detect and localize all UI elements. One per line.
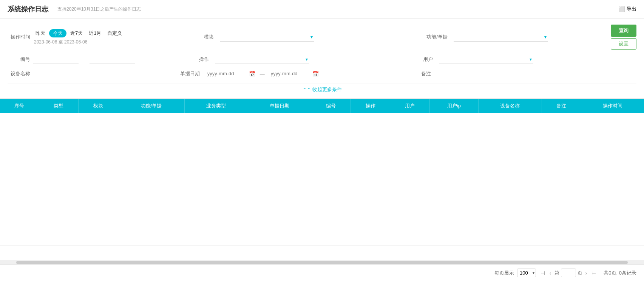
prev-page-btn[interactable]: ‹ (548, 269, 553, 277)
module-select[interactable] (220, 33, 314, 42)
device-input[interactable] (33, 69, 124, 78)
col-function: 功能/单据 (118, 99, 184, 113)
per-page-select[interactable]: 100 50 200 (517, 269, 536, 277)
data-table: 序号 类型 模块 功能/单据 业务类型 单据日期 编号 操作 用户 用户ip 设… (0, 99, 644, 246)
col-operation: 操作 (351, 99, 390, 113)
scrollbar-track (16, 261, 628, 264)
remark-label: 备注 (408, 70, 431, 77)
first-page-btn[interactable]: ⊣ (539, 269, 547, 277)
number-to-input[interactable] (90, 55, 135, 64)
table-header: 序号 类型 模块 功能/单据 业务类型 单据日期 编号 操作 用户 用户ip 设… (0, 99, 644, 113)
date-input-wrapper: 📅 — 📅 (206, 69, 319, 78)
function-label: 功能/单据 (425, 34, 448, 40)
export-button[interactable]: ⬜ 导出 (619, 6, 636, 12)
col-user: 用户 (390, 99, 429, 113)
user-label: 用户 (410, 56, 433, 63)
remark-input[interactable] (437, 69, 535, 78)
filter-row-1: 操作时间 昨天 今天 近7天 近1月 自定义 2023-06-06 至 2023… (8, 25, 636, 50)
user-select[interactable] (439, 55, 533, 64)
filter-item-number: 编号 — (8, 55, 136, 64)
collapse-chevron-icon: ⌃⌃ (303, 87, 311, 93)
operation-label: 操作 (186, 56, 209, 63)
horizontal-scrollbar[interactable] (0, 260, 644, 264)
col-module: 模块 (79, 99, 118, 113)
filter-item-remark: 备注 (408, 69, 535, 78)
page-title: 系统操作日志 (8, 5, 48, 14)
function-select-wrapper: ▾ (454, 33, 548, 42)
calendar-from-icon[interactable]: 📅 (249, 71, 255, 77)
next-page-btn[interactable]: › (584, 269, 589, 277)
voucher-date-label: 单据日期 (177, 70, 200, 77)
per-page-wrapper: 100 50 200 ▾ (517, 269, 536, 277)
col-seq: 序号 (0, 99, 39, 113)
per-page-label: 每页显示 (494, 270, 514, 276)
calendar-to-icon[interactable]: 📅 (312, 71, 319, 77)
action-buttons: 查询 设置 (611, 25, 636, 50)
operation-select[interactable] (215, 55, 309, 64)
filter-item-voucher-date: 单据日期 📅 — 📅 (177, 69, 319, 78)
query-button[interactable]: 查询 (611, 25, 636, 37)
col-remark: 备注 (542, 99, 581, 113)
date-filter-group: 昨天 今天 近7天 近1月 自定义 2023-06-06 至 2023-06-0… (33, 29, 124, 45)
main-content: 序号 类型 模块 功能/单据 业务类型 单据日期 编号 操作 用户 用户ip 设… (0, 99, 644, 260)
collapse-button[interactable]: ⌃⌃ 收起更多条件 (303, 86, 342, 93)
table-container: 序号 类型 模块 功能/单据 业务类型 单据日期 编号 操作 用户 用户ip 设… (0, 99, 644, 260)
settings-button[interactable]: 设置 (611, 38, 636, 50)
filter-item-user: 用户 ▾ (410, 55, 533, 64)
page-container: 系统操作日志 支持2020年10月31日之后产生的操作日志 ⬜ 导出 操作时间 … (0, 0, 644, 281)
date-from-input[interactable] (206, 69, 247, 78)
filter-item-operation: 操作 ▾ (186, 55, 309, 64)
time-label: 操作时间 (8, 34, 30, 40)
filter-row-3: 设备名称 单据日期 📅 — 📅 备注 (8, 69, 636, 78)
operation-select-wrapper: ▾ (215, 55, 309, 64)
page-total: 共0页, 0条记录 (604, 270, 636, 276)
yesterday-btn[interactable]: 昨天 (33, 29, 48, 37)
date-range-text: 2023-06-06 至 2023-06-06 (33, 39, 87, 45)
col-type: 类型 (39, 99, 78, 113)
date-buttons: 昨天 今天 近7天 近1月 自定义 (33, 29, 124, 37)
col-op-time: 操作时间 (581, 99, 644, 113)
number-label: 编号 (8, 56, 30, 63)
pagination-bar: 每页显示 100 50 200 ▾ ⊣ ‹ 第 1 页 › ⊢ 共0页, 0条记… (0, 264, 644, 281)
col-biz-type: 业务类型 (185, 99, 248, 113)
module-select-wrapper: ▾ (220, 33, 314, 42)
table-body (0, 113, 644, 245)
page-subtitle: 支持2020年10月31日之后产生的操作日志 (57, 6, 141, 12)
function-select[interactable] (454, 33, 548, 42)
filter-panel: 操作时间 昨天 今天 近7天 近1月 自定义 2023-06-06 至 2023… (0, 19, 644, 99)
page-label-pre: 第 (554, 270, 559, 276)
col-user-ip: 用户ip (429, 99, 478, 113)
export-icon: ⬜ (619, 6, 625, 12)
last7days-btn[interactable]: 近7天 (68, 29, 85, 37)
date-to-input[interactable] (269, 69, 311, 78)
collapse-bar: ⌃⌃ 收起更多条件 (8, 84, 636, 95)
today-btn[interactable]: 今天 (49, 29, 66, 37)
device-label: 设备名称 (8, 70, 30, 77)
page-header: 系统操作日志 支持2020年10月31日之后产生的操作日志 ⬜ 导出 (0, 0, 644, 19)
custom-btn[interactable]: 自定义 (105, 29, 124, 37)
page-label-post: 页 (578, 270, 582, 276)
last1month-btn[interactable]: 近1月 (86, 29, 103, 37)
filter-item-module: 模块 ▾ (191, 33, 314, 42)
filter-row-2: 编号 — 操作 ▾ 用户 (8, 55, 636, 64)
user-select-wrapper: ▾ (439, 55, 533, 64)
date-separator: — (260, 71, 265, 77)
last-page-btn[interactable]: ⊢ (590, 269, 598, 277)
number-from-input[interactable] (33, 55, 79, 64)
filter-item-device: 设备名称 (8, 69, 136, 78)
table-header-row: 序号 类型 模块 功能/单据 业务类型 单据日期 编号 操作 用户 用户ip 设… (0, 99, 644, 113)
col-number: 编号 (311, 99, 351, 113)
number-separator: — (82, 57, 86, 62)
col-device: 设备名称 (478, 99, 542, 113)
filter-item-function: 功能/单据 ▾ (425, 33, 548, 42)
collapse-label: 收起更多条件 (312, 86, 342, 93)
page-number-input[interactable]: 1 (561, 269, 576, 277)
empty-row (0, 113, 644, 245)
page-nav: ⊣ ‹ 第 1 页 › ⊢ (539, 269, 598, 277)
filter-item-time: 操作时间 昨天 今天 近7天 近1月 自定义 2023-06-06 至 2023… (8, 29, 136, 45)
module-label: 模块 (191, 34, 214, 40)
empty-cell (0, 113, 644, 245)
col-voucher-date: 单据日期 (248, 99, 311, 113)
